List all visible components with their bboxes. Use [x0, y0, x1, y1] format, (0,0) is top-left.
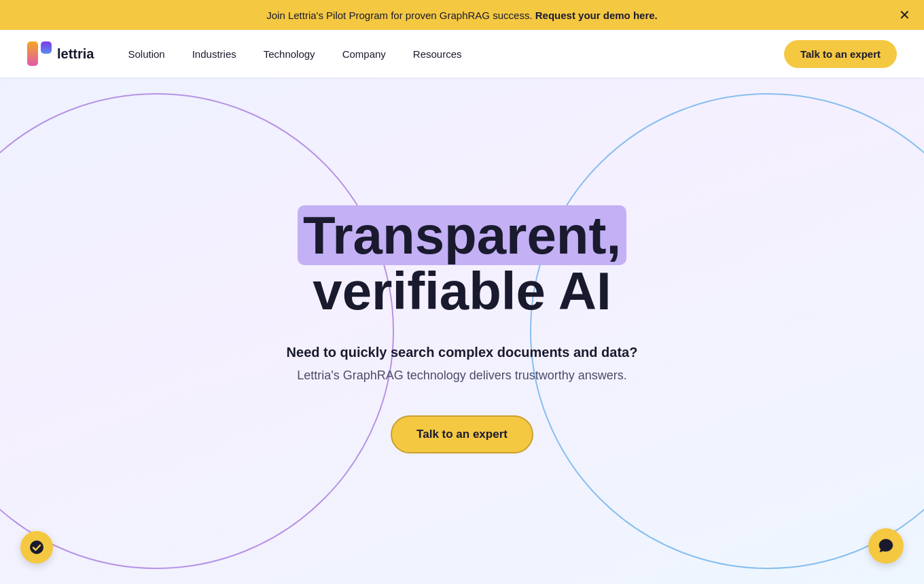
- chat-icon: [877, 537, 895, 555]
- banner-text: Join Lettria's Pilot Program for proven …: [27, 10, 897, 21]
- logo[interactable]: lettria: [27, 41, 94, 66]
- svg-rect-0: [27, 41, 38, 66]
- hero-content: Transparent, verifiable AI Need to quick…: [287, 208, 638, 453]
- hero-title-highlight: Transparent,: [298, 205, 626, 265]
- chat-widget-button[interactable]: [868, 528, 904, 564]
- logo-icon: [27, 41, 52, 66]
- nav-cta-button[interactable]: Talk to an expert: [784, 40, 897, 68]
- nav-industries[interactable]: Industries: [192, 48, 236, 60]
- nav-technology[interactable]: Technology: [264, 48, 315, 60]
- announcement-banner: Join Lettria's Pilot Program for proven …: [0, 0, 924, 30]
- bottom-badge-button[interactable]: [20, 531, 53, 564]
- hero-section: Transparent, verifiable AI Need to quick…: [0, 78, 924, 584]
- close-banner-button[interactable]: ✕: [899, 8, 910, 22]
- nav-company[interactable]: Company: [342, 48, 386, 60]
- banner-link[interactable]: Request your demo here.: [535, 10, 658, 21]
- nav-resources[interactable]: Resources: [413, 48, 462, 60]
- hero-description: Lettria's GraphRAG technology delivers t…: [287, 368, 638, 383]
- banner-message: Join Lettria's Pilot Program for proven …: [266, 10, 532, 21]
- hero-subtitle: Need to quickly search complex documents…: [287, 341, 638, 363]
- hero-title-rest: verifiable AI: [313, 261, 611, 321]
- svg-point-2: [30, 540, 43, 554]
- svg-rect-1: [41, 41, 52, 54]
- nav-links: Solution Industries Technology Company R…: [128, 48, 783, 60]
- logo-text: lettria: [57, 46, 94, 62]
- nav-solution[interactable]: Solution: [128, 48, 164, 60]
- hero-title: Transparent, verifiable AI: [287, 208, 638, 320]
- navbar: lettria Solution Industries Technology C…: [0, 30, 924, 78]
- checkmark-icon: [29, 539, 45, 555]
- hero-cta-button[interactable]: Talk to an expert: [391, 415, 533, 453]
